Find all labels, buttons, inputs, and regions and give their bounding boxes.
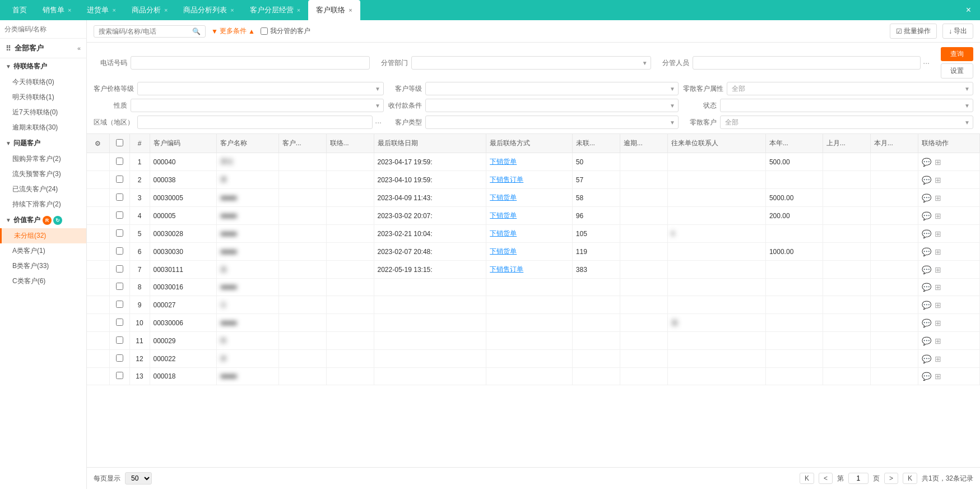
row-checkbox[interactable] <box>109 350 129 368</box>
row-checkbox[interactable] <box>109 332 129 350</box>
page-size-select[interactable]: 50 <box>125 472 152 485</box>
row-checkbox[interactable] <box>109 314 129 332</box>
col-last-date[interactable]: 最后联络日期 <box>374 134 486 153</box>
row-select-checkbox[interactable] <box>116 193 123 201</box>
my-customers-checkbox[interactable] <box>261 27 268 35</box>
last-page-btn[interactable]: K <box>903 473 917 484</box>
grid-action-icon[interactable]: ⊞ <box>935 176 941 184</box>
sidebar-item-7days[interactable]: 近7天待联络(0) <box>0 105 86 120</box>
sidebar-item-class-c[interactable]: C类客户(6) <box>0 274 86 289</box>
col-type[interactable]: 客户... <box>278 134 326 153</box>
region-input[interactable] <box>137 116 373 129</box>
sidebar-group-pending[interactable]: ▼ 待联络客户 <box>0 58 86 75</box>
grid-action-icon[interactable]: ⊞ <box>935 319 941 327</box>
nav-item-sales[interactable]: 销售单 × <box>35 0 79 20</box>
row-select-checkbox[interactable] <box>116 265 123 273</box>
nature-select[interactable] <box>131 99 384 112</box>
nav-item-home[interactable]: 首页 <box>4 0 35 20</box>
nav-close-sales[interactable]: × <box>68 7 71 13</box>
region-dots-btn[interactable]: ··· <box>373 118 384 127</box>
batch-operation-btn[interactable]: ☑ 批量操作 <box>890 24 937 39</box>
grid-action-icon[interactable]: ⊞ <box>935 283 941 292</box>
message-icon[interactable]: 💬 <box>922 211 931 220</box>
row-last-method[interactable]: 下销货单 <box>486 207 573 225</box>
price-level-select[interactable] <box>137 82 384 95</box>
row-checkbox[interactable] <box>109 243 129 261</box>
message-icon[interactable]: 💬 <box>922 247 931 256</box>
nav-item-purchase[interactable]: 进货单 × <box>79 0 123 20</box>
sidebar-item-tomorrow[interactable]: 明天待联络(1) <box>0 90 86 105</box>
grid-action-icon[interactable]: ⊞ <box>935 158 941 167</box>
sidebar-group-problem[interactable]: ▼ 问题客户 <box>0 135 86 151</box>
nav-window-close[interactable]: × <box>962 5 976 15</box>
nav-item-analysis-list[interactable]: 商品分析列表 × <box>175 0 241 20</box>
message-icon[interactable]: 💬 <box>922 265 931 274</box>
message-icon[interactable]: 💬 <box>922 158 931 167</box>
row-select-checkbox[interactable] <box>116 211 123 219</box>
nav-item-analysis[interactable]: 商品分析 × <box>124 0 175 20</box>
row-checkbox[interactable] <box>109 153 129 171</box>
retail-attr-select[interactable]: 全部 <box>727 82 973 95</box>
sidebar-search-input[interactable] <box>4 25 87 33</box>
page-number-input[interactable] <box>848 473 868 484</box>
row-select-checkbox[interactable] <box>116 319 123 326</box>
nav-close-analysis[interactable]: × <box>164 7 168 13</box>
col-settings[interactable]: ⚙ <box>87 134 109 153</box>
row-select-checkbox[interactable] <box>116 283 123 290</box>
nav-close-purchase[interactable]: × <box>112 7 115 13</box>
sidebar-item-declining[interactable]: 持续下滑客户(2) <box>0 197 86 212</box>
nav-close-customer-contact[interactable]: × <box>349 7 352 13</box>
nav-close-customer-segment[interactable]: × <box>297 7 300 13</box>
row-checkbox[interactable] <box>109 261 129 279</box>
col-checkbox[interactable] <box>109 134 129 153</box>
export-btn[interactable]: ↓ 导出 <box>942 24 973 39</box>
grid-action-icon[interactable]: ⊞ <box>935 265 941 274</box>
payment-select[interactable] <box>425 99 679 112</box>
next-page-btn[interactable]: > <box>884 473 898 484</box>
reset-btn[interactable]: 设置 <box>941 63 973 79</box>
query-btn[interactable]: 查询 <box>941 47 973 61</box>
row-last-method[interactable]: 下销售订单 <box>486 171 573 189</box>
message-icon[interactable]: 💬 <box>922 336 931 345</box>
row-select-checkbox[interactable] <box>116 372 123 379</box>
sidebar-item-ungroup[interactable]: 未分组(32) <box>0 228 86 243</box>
row-last-method[interactable]: 下销售订单 <box>486 261 573 279</box>
row-checkbox[interactable] <box>109 189 129 207</box>
col-name[interactable]: 客户名称 <box>217 134 278 153</box>
first-page-btn[interactable]: K <box>800 473 814 484</box>
col-this-month[interactable]: 本月... <box>870 134 918 153</box>
status-select[interactable] <box>720 99 973 112</box>
dept-select[interactable] <box>411 56 651 70</box>
row-checkbox[interactable] <box>109 279 129 296</box>
grid-action-icon[interactable]: ⊞ <box>935 336 941 345</box>
sidebar-item-overdue[interactable]: 逾期未联络(30) <box>0 120 86 135</box>
message-icon[interactable]: 💬 <box>922 372 931 381</box>
col-last-method[interactable]: 最后联络方式 <box>486 134 573 153</box>
grid-action-icon[interactable]: ⊞ <box>935 301 941 310</box>
grid-action-icon[interactable]: ⊞ <box>935 354 941 363</box>
row-last-method[interactable]: 下销货单 <box>486 225 573 243</box>
row-last-method[interactable]: 下销货单 <box>486 153 573 171</box>
message-icon[interactable]: 💬 <box>922 301 931 310</box>
row-checkbox[interactable] <box>109 225 129 243</box>
col-unit-contact[interactable]: 往来单位联系人 <box>667 134 765 153</box>
sidebar-item-today[interactable]: 今天待联络(0) <box>0 75 86 90</box>
nav-item-customer-contact[interactable]: 客户联络 × <box>308 0 360 20</box>
col-code[interactable]: 客户编码 <box>150 134 217 153</box>
grid-action-icon[interactable]: ⊞ <box>935 247 941 256</box>
row-checkbox[interactable] <box>109 207 129 225</box>
message-icon[interactable]: 💬 <box>922 283 931 292</box>
filter-search-icon[interactable]: 🔍 <box>192 27 201 35</box>
phone-input[interactable] <box>131 56 370 70</box>
customer-level-select[interactable] <box>425 82 679 95</box>
sidebar-item-churned[interactable]: 已流失客户(24) <box>0 182 86 197</box>
sidebar-item-class-a[interactable]: A类客户(1) <box>0 243 86 259</box>
row-select-checkbox[interactable] <box>116 247 123 255</box>
sidebar-item-abnormal[interactable]: 囤购异常客户(2) <box>0 151 86 167</box>
row-last-method[interactable]: 下销货单 <box>486 189 573 207</box>
col-not-contacted[interactable]: 未联... <box>572 134 620 153</box>
row-checkbox[interactable] <box>109 296 129 314</box>
filter-my-customers[interactable]: 我分管的客户 <box>261 26 310 36</box>
customer-type-select[interactable] <box>425 116 679 129</box>
row-select-checkbox[interactable] <box>116 336 123 344</box>
